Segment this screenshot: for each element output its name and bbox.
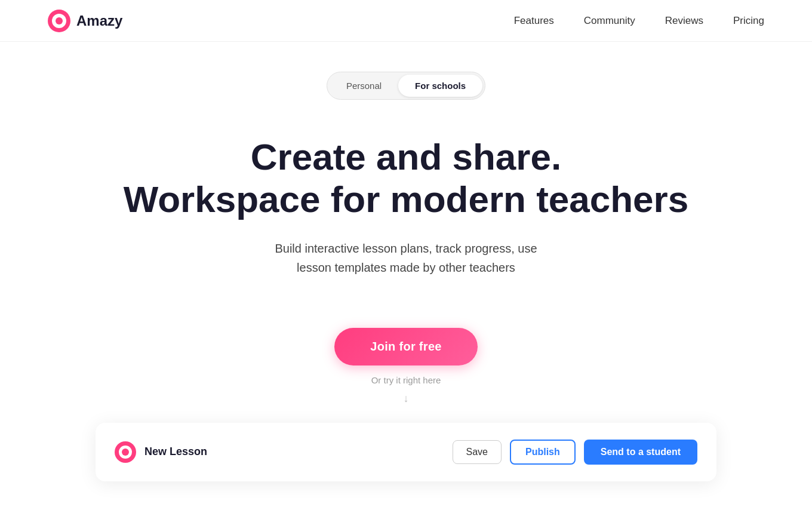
join-free-button[interactable]: Join for free (334, 328, 477, 365)
lesson-actions: Save Publish Send to a student (453, 440, 697, 465)
arrow-down-icon: ↓ (404, 392, 409, 405)
hero-subtitle: Build interactive lesson plans, track pr… (221, 239, 591, 277)
lesson-title: New Lesson (144, 446, 207, 458)
tab-for-schools[interactable]: For schools (398, 75, 482, 97)
main-nav: Features Community Reviews Pricing (514, 15, 764, 27)
try-here-text: Or try it right here (371, 375, 441, 385)
tab-personal[interactable]: Personal (330, 75, 398, 97)
hero-title: Create and share. Workspace for modern t… (24, 136, 788, 221)
send-to-student-button[interactable]: Send to a student (584, 440, 697, 465)
hero-subtitle-line1: Build interactive lesson plans, track pr… (275, 242, 537, 255)
nav-pricing[interactable]: Pricing (733, 15, 764, 27)
logo-icon (48, 10, 70, 32)
svg-point-2 (56, 17, 63, 24)
save-button[interactable]: Save (453, 440, 502, 464)
site-header: Amazy Features Community Reviews Pricing (0, 0, 812, 42)
publish-button[interactable]: Publish (510, 440, 576, 465)
tab-group: Personal For schools (327, 72, 485, 100)
hero-title-line2: Workspace for modern teachers (124, 179, 688, 220)
lesson-logo-icon (115, 441, 136, 463)
logo[interactable]: Amazy (48, 10, 122, 32)
lesson-card: New Lesson Save Publish Send to a studen… (96, 423, 716, 481)
nav-community[interactable]: Community (584, 15, 635, 27)
cta-section: Join for free Or try it right here ↓ (0, 328, 812, 405)
logo-text: Amazy (76, 13, 122, 29)
tabs-container: Personal For schools (0, 72, 812, 100)
nav-reviews[interactable]: Reviews (665, 15, 703, 27)
hero-title-line1: Create and share. (251, 136, 561, 177)
svg-point-5 (122, 449, 129, 456)
nav-features[interactable]: Features (514, 15, 554, 27)
hero-section: Create and share. Workspace for modern t… (0, 100, 812, 295)
lesson-left: New Lesson (115, 441, 207, 463)
hero-subtitle-line2: lesson templates made by other teachers (297, 261, 515, 274)
